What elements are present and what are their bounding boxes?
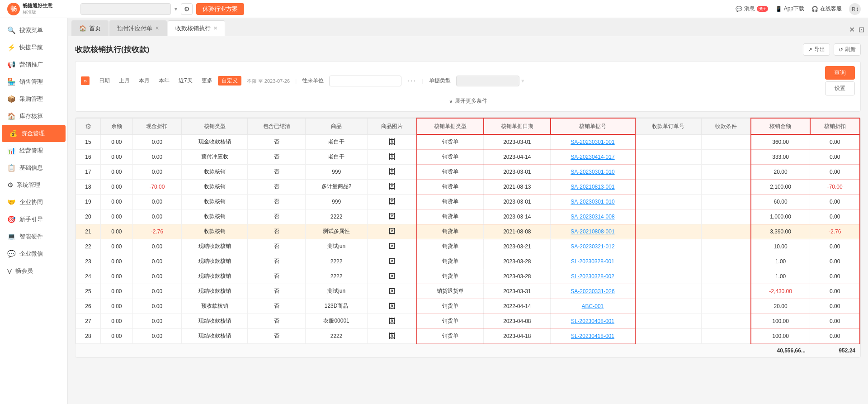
cell-goods_img: 🖼: [368, 224, 417, 239]
close-tab-btn[interactable]: ✕: [849, 25, 855, 34]
user-avatar[interactable]: Rit: [849, 3, 861, 15]
sidebar-item-sales[interactable]: 🏪销售管理: [0, 73, 67, 90]
sidebar-item-finance[interactable]: 💰资金管理: [2, 125, 66, 142]
cell-bill_no[interactable]: SA-20230301-010: [551, 194, 635, 209]
footer-total-label: [76, 343, 751, 357]
dropdown-chevron-icon[interactable]: ▾: [175, 6, 177, 12]
cell-included: 否: [248, 254, 305, 269]
sidebar-item-hardware[interactable]: 💻智能硬件: [0, 228, 67, 245]
date-this-year[interactable]: 本年: [155, 76, 173, 86]
app-download-btn[interactable]: 📱 App下载: [775, 5, 804, 13]
sidebar-label-search: 搜索菜单: [19, 26, 43, 34]
message-btn[interactable]: 💬 消息 99+: [736, 5, 768, 13]
cell-bill_no[interactable]: SL-20230418-001: [551, 328, 635, 343]
home-icon: 🏠: [79, 25, 86, 32]
cell-cancel_disc: 0.00: [810, 239, 860, 254]
sidebar-item-business[interactable]: 📊经营管理: [0, 142, 67, 159]
col-header-receipt_no: 收款单订单号: [635, 118, 702, 134]
cell-cancel_disc: 0.00: [810, 269, 860, 284]
tab-prepay[interactable]: 预付冲应付单 ✕: [109, 20, 167, 36]
cell-settings: 17: [76, 164, 101, 179]
sidebar-label-system: 系统管理: [17, 181, 40, 189]
date-7days[interactable]: 近7天: [175, 76, 196, 86]
date-custom[interactable]: 自定义: [218, 76, 241, 86]
tab-collection-close[interactable]: ✕: [213, 25, 217, 31]
cell-type: 现结收款核销: [182, 284, 248, 299]
cell-included: 否: [248, 149, 305, 164]
cell-bill_no[interactable]: ABC-001: [551, 299, 635, 314]
cell-bill_date: 2023-03-31: [484, 284, 551, 299]
source-input[interactable]: [329, 76, 401, 86]
cell-cancel_disc: 0.00: [810, 299, 860, 314]
cell-bill_no[interactable]: SA-20210813-001: [551, 179, 635, 194]
cell-bill_no[interactable]: SL-20230328-001: [551, 254, 635, 269]
cell-settings: 21: [76, 224, 101, 239]
sidebar-item-basic[interactable]: 📋基础信息: [0, 159, 67, 176]
industry-btn[interactable]: 休验行业方案: [196, 3, 244, 15]
cell-bill_no[interactable]: SL-20230328-002: [551, 269, 635, 284]
sidebar-icon-marketing: 📢: [7, 61, 16, 69]
tab-prepay-close[interactable]: ✕: [155, 25, 159, 31]
cell-bill_type: 销货单: [417, 328, 484, 343]
col-settings-icon[interactable]: ⚙: [85, 123, 91, 130]
expand-more[interactable]: ∨ 展开更多条件: [81, 95, 855, 107]
tab-home[interactable]: 🏠 首页: [71, 20, 108, 36]
date-this-month[interactable]: 本月: [135, 76, 153, 86]
cell-bill_type: 销货单: [417, 269, 484, 284]
sidebar-icon-enterprise: 🤝: [7, 198, 16, 206]
cell-bill_no[interactable]: SA-20230301-001: [551, 134, 635, 149]
message-icon: 💬: [736, 6, 742, 12]
cell-type: 预付冲应收: [182, 149, 248, 164]
tab-prepay-label: 预付冲应付单: [117, 24, 152, 33]
cell-bill_date: 2021-08-13: [484, 179, 551, 194]
cell-bill_no[interactable]: SL-20230408-001: [551, 314, 635, 328]
filter-expand-icon[interactable]: »: [81, 76, 94, 85]
cell-bill_no[interactable]: SA-20210808-001: [551, 224, 635, 239]
query-btn[interactable]: 查询: [825, 66, 855, 80]
sidebar-label-basic: 基础信息: [19, 164, 43, 172]
cell-bill_no[interactable]: SA-20230414-017: [551, 149, 635, 164]
setting-btn[interactable]: 设置: [825, 81, 855, 95]
date-label: 日期: [99, 77, 110, 85]
sidebar-item-member[interactable]: V畅会员: [0, 262, 67, 280]
export-btn[interactable]: ↗ 导出: [803, 43, 830, 56]
brand-logo-text: 畅: [10, 5, 17, 13]
search-input[interactable]: [80, 3, 171, 15]
refresh-btn[interactable]: ↺ 刷新: [834, 43, 861, 56]
cell-goods: 2222: [305, 209, 368, 224]
type-select[interactable]: [456, 76, 519, 86]
brand-info: 畅捷通好生意 标准版: [23, 2, 52, 15]
sidebar-item-inventory[interactable]: 🏠库存核算: [0, 108, 67, 125]
cell-bill_date: 2023-04-08: [484, 314, 551, 328]
service-btn[interactable]: 🎧 在线客服: [811, 5, 842, 13]
cell-type: 现结收款核销: [182, 314, 248, 328]
goods-img-icon: 🖼: [388, 153, 396, 161]
sidebar-item-marketing[interactable]: 📢营销推广: [0, 56, 67, 73]
cell-bill_no[interactable]: SA-20230321-012: [551, 239, 635, 254]
cell-goods_img: 🖼: [368, 254, 417, 269]
date-last-month[interactable]: 上月: [115, 76, 133, 86]
sidebar-item-enterprise[interactable]: 🤝企业协同: [0, 194, 67, 211]
cell-cancel_amt: 333.00: [751, 149, 810, 164]
expand-label: 展开更多条件: [455, 97, 487, 105]
type-label: 单据类型: [429, 77, 451, 85]
expand-tab-btn[interactable]: ⊡: [859, 25, 864, 34]
sidebar-item-search[interactable]: 🔍搜索菜单: [0, 22, 67, 39]
cell-bill_no[interactable]: SA-20230301-010: [551, 164, 635, 179]
filter-row-1: » 日期 上月 本月 本年 近7天 更多 自定义 不限 至 2023-07-26: [81, 66, 855, 95]
cell-goods: 999: [305, 194, 368, 209]
filter-dots[interactable]: ···: [407, 76, 416, 86]
sidebar-item-guide[interactable]: 🎯新手引导: [0, 211, 67, 228]
cell-bill_date: 2023-04-18: [484, 328, 551, 343]
sidebar-item-quick-nav[interactable]: ⚡快捷导航: [0, 39, 67, 56]
settings-icon[interactable]: ⚙: [181, 3, 193, 15]
tab-collection[interactable]: 收款核销执行 ✕: [168, 20, 225, 36]
cell-cancel_amt: 20.00: [751, 299, 810, 314]
sidebar-item-purchase[interactable]: 📦采购管理: [0, 90, 67, 108]
cell-bill_no[interactable]: SA-20230331-026: [551, 284, 635, 299]
sidebar-item-wechat[interactable]: 💬企业微信: [0, 245, 67, 262]
cell-receipt_no: [635, 164, 702, 179]
date-more[interactable]: 更多: [198, 76, 216, 86]
cell-bill_no[interactable]: SA-20230314-008: [551, 209, 635, 224]
sidebar-item-system[interactable]: ⚙系统管理: [0, 176, 67, 194]
